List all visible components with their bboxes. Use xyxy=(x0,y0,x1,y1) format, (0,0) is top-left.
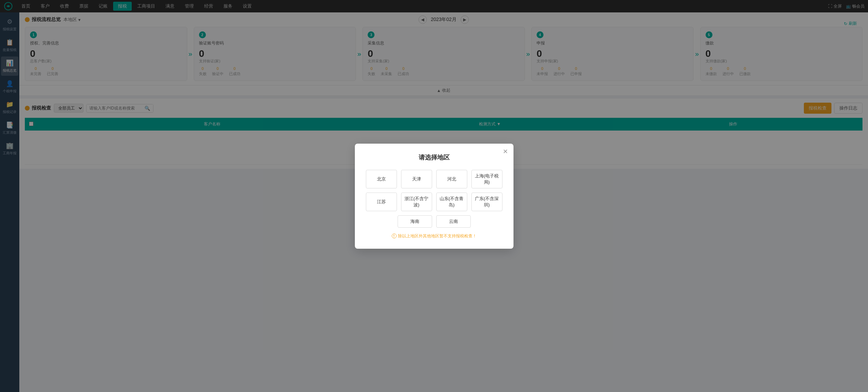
region-btn-tianjin[interactable]: 天津 xyxy=(401,170,432,188)
region-row-2: 江苏 浙江(不含宁波) 山东(不含青岛) 广东(不含深圳) xyxy=(366,193,502,211)
region-row-1: 北京 天津 河北 上海(电子税局) xyxy=(366,170,502,188)
region-btn-zhejiang[interactable]: 浙江(不含宁波) xyxy=(401,193,432,211)
region-select-modal: ✕ 请选择地区 北京 天津 河北 上海(电子税局) 江苏 浙江(不含宁波) 山东… xyxy=(355,144,513,249)
modal-close-btn[interactable]: ✕ xyxy=(503,148,508,155)
region-row-3: 海南 云南 xyxy=(366,215,502,228)
region-btn-shanghai[interactable]: 上海(电子税局) xyxy=(471,170,502,188)
region-btn-hebei[interactable]: 河北 xyxy=(436,170,467,188)
region-btn-jiangsu[interactable]: 江苏 xyxy=(366,193,397,211)
region-btn-hainan[interactable]: 海南 xyxy=(398,215,432,228)
warning-icon: ! xyxy=(392,234,397,238)
region-btn-yunnan[interactable]: 云南 xyxy=(436,215,471,228)
region-btn-beijing[interactable]: 北京 xyxy=(366,170,397,188)
modal-title: 请选择地区 xyxy=(366,153,502,162)
modal-overlay[interactable]: ✕ 请选择地区 北京 天津 河北 上海(电子税局) 江苏 浙江(不含宁波) 山东… xyxy=(0,0,868,392)
modal-warning: ! 除以上地区外其他地区暂不支持报税检查！ xyxy=(366,233,502,239)
region-btn-guangdong[interactable]: 广东(不含深圳) xyxy=(471,193,502,211)
region-btn-shandong[interactable]: 山东(不含青岛) xyxy=(436,193,467,211)
